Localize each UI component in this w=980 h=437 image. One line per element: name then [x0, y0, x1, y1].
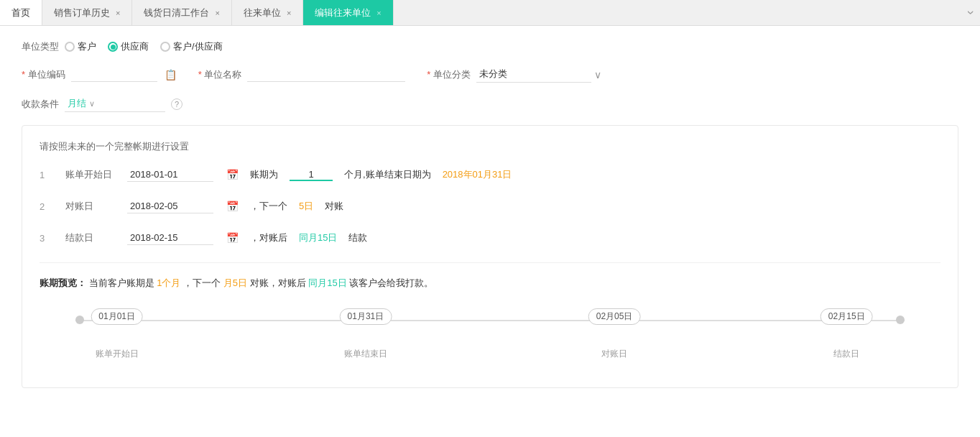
- unit-class-label: 单位分类: [427, 68, 471, 81]
- tab-edit-partner-close[interactable]: ×: [376, 9, 381, 17]
- row-2-suffix-post: 对账: [325, 200, 343, 213]
- unit-code-field: 单位编码 000001 📋: [22, 68, 177, 82]
- unit-code-input[interactable]: 000001: [71, 68, 157, 82]
- preview-label: 账期预览：: [40, 277, 86, 288]
- row-3-suffix-pre: ，对账后: [250, 231, 287, 244]
- unit-class-field: 单位分类 未分类 ∨: [427, 66, 601, 83]
- tab-edit-partner-label: 编辑往来单位: [315, 6, 371, 19]
- row-3-num: 3: [40, 233, 54, 244]
- row-3-suffix-post: 结款: [348, 231, 367, 244]
- radio-supplier[interactable]: 供应商: [108, 40, 149, 53]
- row-1-date-input[interactable]: [127, 167, 213, 182]
- radio-both-label: 客户/供应商: [173, 40, 223, 53]
- tab-cash-work[interactable]: 钱货日清工作台 ×: [132, 0, 231, 25]
- tab-home[interactable]: 首页: [0, 0, 42, 25]
- preview-text-after: 该客户会给我打款。: [349, 277, 433, 288]
- radio-customer-label: 客户: [78, 40, 96, 53]
- payment-condition-dropdown-icon: ∨: [89, 99, 95, 109]
- row-1-suffix-before: 账期为: [250, 168, 278, 181]
- row-1-num: 1: [40, 170, 54, 180]
- row-2-suffix-pre: ，下一个: [250, 200, 287, 213]
- unit-code-label: 单位编码: [22, 68, 65, 81]
- timeline-nodes: 01月01日 账单开始日 01月31日 账单结束日 02月05日 对账日: [75, 308, 905, 366]
- payment-condition-label: 收款条件: [22, 98, 59, 111]
- tab-sales-history-close[interactable]: ×: [116, 9, 120, 17]
- timeline-node-1-label: 账单开始日: [96, 348, 139, 360]
- row-3-date-input[interactable]: [127, 231, 213, 245]
- tab-bar: 首页 销售订单历史 × 钱货日清工作台 × 往来单位 × 编辑往来单位 × ›: [0, 0, 980, 26]
- unit-name-input[interactable]: 河南供应商22: [247, 68, 405, 82]
- timeline-node-3-badge: 02月05日: [588, 308, 641, 325]
- payment-condition-field: 收款条件 月结 ∨ ?: [22, 96, 182, 112]
- row-1-cal-icon[interactable]: 📅: [226, 169, 239, 180]
- card-title: 请按照未来的一个完整帐期进行设置: [40, 140, 940, 153]
- unit-type-row: 单位类型 客户 供应商 客户/供应商: [22, 40, 958, 53]
- row-2-cal-icon[interactable]: 📅: [226, 201, 239, 212]
- radio-customer[interactable]: 客户: [65, 40, 96, 53]
- unit-class-value: 未分类: [476, 66, 591, 83]
- timeline-node-2-badge: 01月31日: [340, 308, 392, 325]
- payment-condition-row: 收款条件 月结 ∨ ?: [22, 96, 958, 112]
- preview-highlight2: 月5日: [223, 277, 247, 288]
- timeline-node-4: 02月15日 结款日: [820, 308, 873, 360]
- unit-type-field: 单位类型 客户 供应商 客户/供应商: [22, 40, 223, 53]
- data-row-1: 1 账单开始日 📅 账期为 个月,账单结束日期为 2018年01月31日: [40, 167, 940, 182]
- timeline-node-1: 01月01日 账单开始日: [91, 308, 143, 360]
- unit-class-dropdown-icon[interactable]: ∨: [594, 69, 601, 80]
- row-1-label: 账单开始日: [65, 168, 116, 181]
- row-2-label: 对账日: [65, 200, 116, 213]
- data-row-2: 2 对账日 📅 ，下一个 5日 对账: [40, 199, 940, 213]
- radio-both[interactable]: 客户/供应商: [160, 40, 223, 53]
- preview-text-mid1: ，下一个: [183, 277, 221, 288]
- timeline-node-4-label: 结款日: [833, 348, 859, 360]
- card-section: 请按照未来的一个完整帐期进行设置 1 账单开始日 📅 账期为 个月,账单结束日期…: [22, 125, 958, 388]
- payment-condition-select-wrapper[interactable]: 月结 ∨: [65, 96, 165, 112]
- tab-sales-history-label: 销售订单历史: [54, 6, 110, 19]
- radio-supplier-label: 供应商: [121, 40, 149, 53]
- timeline-node-4-badge: 02月15日: [820, 308, 873, 325]
- row-3-highlight: 同月15日: [299, 231, 337, 244]
- radio-customer-circle: [65, 42, 75, 52]
- timeline-wrapper: 01月01日 账单开始日 01月31日 账单结束日 02月05日 对账日: [40, 308, 940, 366]
- tab-cash-work-close[interactable]: ×: [215, 9, 219, 17]
- unit-name-label: 单位名称: [198, 68, 242, 81]
- unit-class-select-wrapper: 未分类 ∨: [476, 66, 601, 83]
- radio-supplier-circle: [108, 42, 118, 52]
- row-1-month-input[interactable]: [290, 169, 333, 181]
- tab-partner-close[interactable]: ×: [287, 9, 291, 17]
- payment-condition-value: 月结: [68, 97, 86, 110]
- row-2-date-input[interactable]: [127, 199, 213, 213]
- tab-partner-label: 往来单位: [244, 6, 281, 19]
- payment-condition-help-icon[interactable]: ?: [171, 98, 182, 110]
- preview-text-before: 当前客户账期是: [89, 277, 154, 288]
- tab-sales-history[interactable]: 销售订单历史 ×: [42, 0, 132, 25]
- timeline-node-2: 01月31日 账单结束日: [340, 308, 392, 360]
- preview-section: 账期预览： 当前客户账期是 1个月 ，下一个 月5日 对账，对账后 同月15日 …: [40, 262, 940, 291]
- row-1-suffix-after: 个月,账单结束日期为: [344, 168, 431, 181]
- timeline-node-3-label: 对账日: [601, 348, 627, 360]
- unit-info-row: 单位编码 000001 📋 单位名称 河南供应商22 单位分类 未分类 ∨: [22, 66, 958, 83]
- unit-name-field: 单位名称 河南供应商22: [198, 68, 406, 82]
- unit-code-copy-icon[interactable]: 📋: [165, 69, 177, 80]
- radio-both-circle: [160, 42, 170, 52]
- tab-edit-partner[interactable]: 编辑往来单位 ×: [303, 0, 393, 25]
- preview-highlight1: 1个月: [157, 277, 180, 288]
- tab-more-icon: ›: [963, 11, 979, 15]
- preview-text-mid2: 对账，对账后: [250, 277, 306, 288]
- row-3-label: 结款日: [65, 231, 116, 244]
- row-3-cal-icon[interactable]: 📅: [226, 232, 239, 244]
- tab-partner[interactable]: 往来单位 ×: [232, 0, 303, 25]
- timeline-node-2-label: 账单结束日: [344, 348, 387, 360]
- row-2-num: 2: [40, 201, 54, 212]
- timeline-node-1-badge: 01月01日: [91, 308, 143, 325]
- preview-highlight3: 同月15日: [308, 277, 346, 288]
- unit-type-radio-group: 客户 供应商 客户/供应商: [65, 40, 223, 53]
- tab-home-label: 首页: [11, 6, 30, 19]
- row-2-highlight: 5日: [299, 200, 313, 213]
- timeline-node-3: 02月05日 对账日: [588, 308, 641, 360]
- data-row-3: 3 结款日 📅 ，对账后 同月15日 结款: [40, 231, 940, 245]
- tab-more-button[interactable]: ›: [961, 0, 980, 25]
- timeline-container: 01月01日 账单开始日 01月31日 账单结束日 02月05日 对账日: [75, 308, 905, 366]
- row-1-highlight-date: 2018年01月31日: [443, 168, 512, 181]
- unit-type-label: 单位类型: [22, 40, 59, 53]
